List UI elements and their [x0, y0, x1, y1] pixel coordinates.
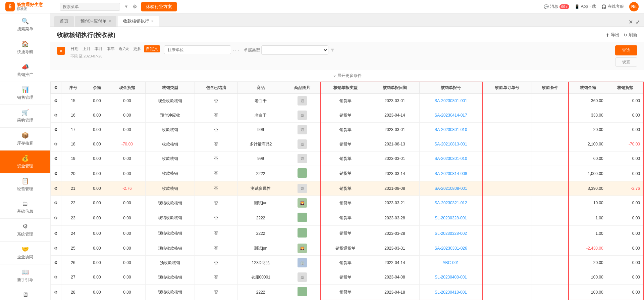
- custom-btn[interactable]: 自定义: [144, 45, 160, 52]
- table-row: ⚙ 25 0.00 0.00 现结收款核销 否 测试jun 🌄 销货退货单 20…: [51, 241, 644, 256]
- col-settings[interactable]: ⚙: [51, 82, 61, 94]
- sidebar-item-search[interactable]: 🔍 搜索菜单: [0, 13, 50, 36]
- cell-bill-report-date: 2023-03-31: [370, 241, 420, 256]
- cell-settings[interactable]: ⚙: [51, 285, 61, 300]
- table-container[interactable]: ⚙ 序号 余额 现金折扣 核销类型 包含已结清 商品 商品图片 核销单报类型 核…: [50, 82, 644, 300]
- bill-number-link[interactable]: SA-20230301-010: [434, 156, 467, 161]
- sidebar-item-quick-nav[interactable]: 🏠 快捷导航: [0, 36, 50, 59]
- table-row: ⚙ 22 0.00 0.00 现结收款核销 否 测试jun 🌄 销货单 2023…: [51, 196, 644, 210]
- expand-row: ∨ 展开更多条件: [50, 70, 644, 82]
- bill-number-link[interactable]: SA-20210808-001: [434, 186, 467, 191]
- user-avatar[interactable]: Rit: [629, 2, 639, 11]
- gear-icon[interactable]: ⚙: [132, 3, 137, 10]
- sidebar-item-purchase[interactable]: 🛒 采购管理: [0, 105, 50, 128]
- more-btn[interactable]: 更多: [132, 45, 143, 52]
- cell-collect-condition: [532, 285, 569, 300]
- cell-include-settled: 否: [195, 270, 237, 285]
- search-input[interactable]: [60, 3, 120, 11]
- cell-product: 2222: [237, 210, 284, 226]
- cell-write-off-amount: 100.00: [569, 270, 607, 285]
- bill-type-select[interactable]: [261, 45, 328, 55]
- cell-settings[interactable]: ⚙: [51, 166, 61, 181]
- sidebar-item-guide[interactable]: 📖 新手引导: [0, 264, 50, 287]
- cell-settings[interactable]: ⚙: [51, 181, 61, 196]
- tab-close-btn[interactable]: ✕: [629, 19, 633, 25]
- filter-toggle-btn[interactable]: »: [57, 47, 65, 55]
- page-content: 收款核销执行(按收款) ⬆ 导出 ↻ 刷新 »: [50, 27, 644, 300]
- cell-settings[interactable]: ⚙: [51, 226, 61, 241]
- sidebar-item-hardware[interactable]: 🖥 智能硬件: [0, 287, 50, 300]
- cell-include-settled: 否: [195, 210, 237, 226]
- cell-settings[interactable]: ⚙: [51, 152, 61, 166]
- bill-number-link[interactable]: SA-20230321-012: [434, 201, 467, 205]
- cell-settings[interactable]: ⚙: [51, 270, 61, 285]
- cell-balance: 0.00: [85, 123, 109, 137]
- sidebar-item-management[interactable]: 📋 经营管理: [0, 173, 50, 196]
- bill-number-link[interactable]: SL-20230408-001: [435, 275, 467, 280]
- cell-bill-report-type: 销货单: [321, 108, 370, 123]
- cell-bill-number: SL-20230328-001: [419, 210, 482, 226]
- sidebar-item-system[interactable]: ⚙ 系统管理: [0, 219, 50, 242]
- cell-collect-condition: [532, 123, 569, 137]
- cell-settings[interactable]: ⚙: [51, 94, 61, 108]
- cell-settings[interactable]: ⚙: [51, 256, 61, 270]
- tab-home[interactable]: 首页: [54, 16, 74, 27]
- cell-settings[interactable]: ⚙: [51, 108, 61, 123]
- cell-bill-report-date: 2023-03-28: [370, 226, 420, 241]
- this-month-btn[interactable]: 本月: [93, 45, 104, 52]
- cell-bill-report-type: 销货单: [321, 226, 370, 241]
- bill-number-link[interactable]: SL-20230328-001: [435, 216, 467, 220]
- refresh-btn[interactable]: ↻ 刷新: [624, 32, 637, 38]
- sidebar-item-marketing[interactable]: 📣 营销推广: [0, 59, 50, 82]
- bill-number-link[interactable]: SL-20230328-002: [435, 231, 467, 236]
- filter-settings-btn[interactable]: 设置: [615, 57, 637, 67]
- bill-number-link[interactable]: SA-20210813-001: [434, 142, 467, 146]
- bill-number-link[interactable]: SL-20230418-001: [435, 290, 467, 295]
- from-unit-input[interactable]: [164, 45, 231, 54]
- prev-month-btn[interactable]: 上月: [81, 45, 92, 52]
- sidebar-item-sales[interactable]: 📊 销售管理: [0, 82, 50, 105]
- bill-number-link[interactable]: SA-20230414-017: [434, 113, 467, 118]
- cell-settings[interactable]: ⚙: [51, 196, 61, 210]
- query-btn[interactable]: 查询: [615, 45, 637, 55]
- cell-no: 21: [61, 181, 85, 196]
- table-row: ⚙ 19 0.00 0.00 收款核销 否 999 🖼 销货单 2023-03-…: [51, 152, 644, 166]
- expand-conditions-btn[interactable]: ∨ 展开更多条件: [330, 72, 364, 80]
- sidebar-item-finance[interactable]: 💰 资金管理: [0, 151, 50, 173]
- cell-bill-report-date: 2023-03-01: [370, 123, 420, 137]
- sidebar-label-marketing: 营销推广: [17, 72, 33, 78]
- cell-collect-order-no: [482, 166, 532, 181]
- cell-product: 测试多属性: [237, 181, 284, 196]
- bill-number-link[interactable]: SA-20230314-008: [434, 171, 467, 176]
- bill-number-link[interactable]: SA-20230301-001: [434, 98, 467, 103]
- export-btn[interactable]: ⬆ 导出: [606, 32, 620, 38]
- cell-write-off-type: 现结收款核销: [145, 196, 195, 210]
- tab-collect-close[interactable]: ×: [151, 19, 154, 23]
- bill-number-link[interactable]: SA-20230301-010: [434, 127, 467, 132]
- bill-number-link[interactable]: ABC-001: [443, 260, 459, 265]
- cell-bill-report-type: 销货单: [321, 94, 370, 108]
- message-area[interactable]: 💬 消息 99+: [544, 4, 569, 9]
- tab-prepay[interactable]: 预付冲应付单 ×: [75, 16, 116, 27]
- industry-btn[interactable]: 休验行业方案: [141, 2, 177, 11]
- tab-collect[interactable]: 收款核销执行 ×: [118, 16, 159, 27]
- online-service-area[interactable]: 🎧 在线客服: [601, 4, 624, 9]
- sidebar-item-basics[interactable]: 🗂 基础信息: [0, 196, 50, 219]
- dropdown-arrow[interactable]: ▼: [124, 4, 128, 9]
- tab-expand-btn[interactable]: ⤢: [636, 19, 640, 25]
- sidebar-item-inventory[interactable]: 📦 库存核算: [0, 128, 50, 151]
- sidebar-item-enterprise[interactable]: 🤝 企业协同: [0, 242, 50, 264]
- cell-settings[interactable]: ⚙: [51, 210, 61, 226]
- cell-settings[interactable]: ⚙: [51, 123, 61, 137]
- cell-settings[interactable]: ⚙: [51, 241, 61, 256]
- cell-bill-report-date: 2021-08-13: [370, 137, 420, 152]
- bill-number-link[interactable]: SA-20230331-026: [434, 246, 467, 251]
- cell-balance: 0.00: [85, 108, 109, 123]
- tab-prepay-close[interactable]: ×: [109, 19, 111, 23]
- this-year-btn[interactable]: 本年: [105, 45, 116, 52]
- 7days-btn[interactable]: 近7天: [117, 45, 130, 52]
- cell-settings[interactable]: ⚙: [51, 137, 61, 152]
- sidebar-label-search: 搜索菜单: [17, 26, 33, 32]
- app-download-area[interactable]: 📱 App下载: [575, 4, 596, 9]
- cell-bill-report-date: 2023-03-01: [370, 152, 420, 166]
